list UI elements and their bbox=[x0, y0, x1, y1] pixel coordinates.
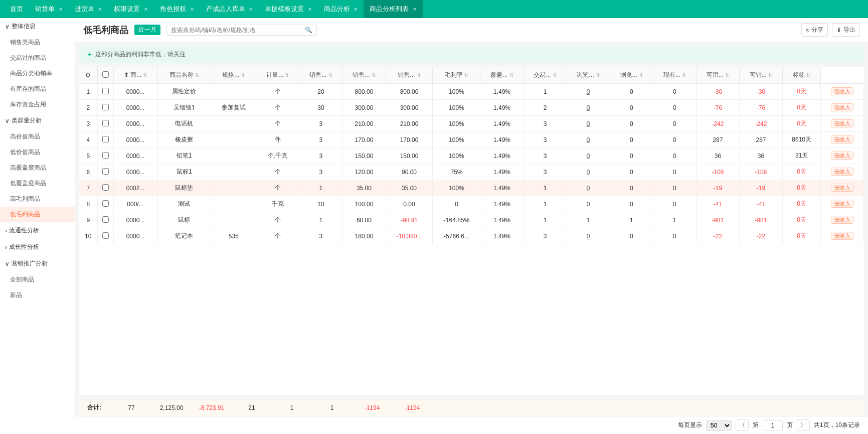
table-row[interactable]: 2 0000... 吴细细1 参加复试 个 30 300.00 300.00 1… bbox=[79, 100, 864, 116]
table-row[interactable]: 1 0000... 属性定价 个 20 800.00 800.00 100% 1… bbox=[79, 84, 864, 100]
table-row[interactable]: 9 0000... 鼠标 个 1 60.00 -98.91 -164.85% 1… bbox=[79, 212, 864, 228]
table-row[interactable]: 10 0000... 笔记本 535 个 3 180.00 -10,380...… bbox=[79, 228, 864, 244]
row-unit: 个,千克 bbox=[256, 148, 299, 164]
nav-analysis-list-close[interactable]: ✕ bbox=[413, 7, 417, 12]
share-button[interactable]: ⎋ 分享 bbox=[801, 23, 828, 37]
row-check[interactable] bbox=[97, 164, 113, 180]
th-qty: 销售... ⇅ bbox=[299, 67, 342, 84]
select-all-checkbox[interactable] bbox=[102, 71, 109, 78]
nav-analysis-close[interactable]: ✕ bbox=[354, 7, 358, 12]
sidebar-group-overall[interactable]: ∨ 整体信息 bbox=[0, 18, 75, 35]
row-check[interactable] bbox=[97, 148, 113, 164]
row-checkbox[interactable] bbox=[102, 184, 109, 191]
nav-sales-close[interactable]: ✕ bbox=[59, 7, 63, 12]
notice-text: 这部分商品的利润非常低，请关注 bbox=[95, 50, 186, 59]
nav-product-analysis[interactable]: 商品分析 ✕ bbox=[318, 0, 364, 18]
sidebar-item-high-value[interactable]: 高价值商品 bbox=[0, 129, 75, 144]
table-row[interactable]: 4 0000... 橡皮擦 件 3 170.00 170.00 100% 1.4… bbox=[79, 132, 864, 148]
row-trade[interactable]: 0 bbox=[567, 148, 610, 164]
nav-permission[interactable]: 权限设置 ✕ bbox=[108, 0, 154, 18]
row-spec bbox=[211, 164, 256, 180]
nav-purchase[interactable]: 进货单 ✕ bbox=[69, 0, 108, 18]
sidebar-item-in-stock[interactable]: 有库存的商品 bbox=[0, 81, 75, 97]
row-trade[interactable]: 0 bbox=[567, 180, 610, 196]
row-trade[interactable]: 0 bbox=[567, 100, 610, 116]
table-row[interactable]: 6 0000... 鼠标1 个 3 120.00 90.00 75% 1.49%… bbox=[79, 164, 864, 180]
nav-purchase-close[interactable]: ✕ bbox=[98, 7, 102, 12]
nav-template[interactable]: 单据模板设置 ✕ bbox=[259, 0, 318, 18]
row-trade[interactable]: 0 bbox=[567, 84, 610, 100]
nav-permission-close[interactable]: ✕ bbox=[144, 7, 148, 12]
row-check[interactable] bbox=[97, 180, 113, 196]
time-filter-btn[interactable]: 近一月 bbox=[134, 25, 160, 35]
row-check[interactable] bbox=[97, 212, 113, 228]
row-checkbox[interactable] bbox=[102, 104, 109, 110]
row-check[interactable] bbox=[97, 100, 113, 116]
row-checkbox[interactable] bbox=[102, 152, 109, 159]
nav-role[interactable]: 角色授权 ✕ bbox=[154, 0, 200, 18]
row-checkbox[interactable] bbox=[102, 120, 109, 126]
row-trade[interactable]: 0 bbox=[567, 116, 610, 132]
collapse-icon-3: › bbox=[5, 227, 7, 234]
table-row[interactable]: 8 000/... 测试 千克 10 100.00 0.00 0 1.49% 1… bbox=[79, 196, 864, 212]
page-input[interactable] bbox=[763, 420, 783, 430]
row-trade[interactable]: 1 bbox=[567, 212, 610, 228]
search-input[interactable] bbox=[171, 27, 305, 34]
export-button[interactable]: ⬇ 导出 bbox=[832, 23, 860, 37]
sidebar-group-cluster[interactable]: ∨ 类群量分析 bbox=[0, 112, 75, 129]
table-row[interactable]: 3 0000... 电话机 个 3 210.00 210.00 100% 1.4… bbox=[79, 116, 864, 132]
row-trade[interactable]: 0 bbox=[567, 196, 610, 212]
row-checkbox[interactable] bbox=[102, 216, 109, 223]
sidebar-group-marketing[interactable]: ∨ 营销推广分析 bbox=[0, 255, 75, 272]
row-check[interactable] bbox=[97, 132, 113, 148]
row-check[interactable] bbox=[97, 84, 113, 100]
th-settings[interactable]: ⚙ bbox=[79, 67, 97, 84]
nav-home[interactable]: 首页 bbox=[4, 0, 29, 18]
row-price: 300.00 bbox=[342, 100, 386, 116]
row-trade[interactable]: 0 bbox=[567, 228, 610, 244]
sidebar-item-new-goods[interactable]: 新品 bbox=[0, 287, 75, 303]
table-row[interactable]: 5 0000... 铅笔1 个,千克 3 150.00 150.00 100% … bbox=[79, 148, 864, 164]
table-row[interactable]: 7 0002... 鼠标垫 个 1 35.00 35.00 100% 1.49%… bbox=[79, 180, 864, 196]
sidebar-item-low-coverage[interactable]: 低覆盖度商品 bbox=[0, 176, 75, 191]
row-checkbox[interactable] bbox=[102, 136, 109, 142]
sidebar-item-low-value[interactable]: 低价值商品 bbox=[0, 144, 75, 160]
row-tag: 低收入 bbox=[821, 84, 864, 100]
row-stock1: -242 bbox=[696, 116, 739, 132]
row-trade[interactable]: 0 bbox=[567, 132, 610, 148]
nav-template-close[interactable]: ✕ bbox=[308, 7, 312, 12]
row-qty: 3 bbox=[299, 132, 342, 148]
sidebar-item-low-margin[interactable]: 低毛利商品 bbox=[0, 207, 75, 222]
nav-product-close[interactable]: ✕ bbox=[249, 7, 253, 12]
nav-product-entry[interactable]: 产成品入库单 ✕ bbox=[200, 0, 259, 18]
nav-analysis-list[interactable]: 商品分析列表 ✕ bbox=[364, 0, 423, 18]
sidebar-group-growth[interactable]: › 成长性分析 bbox=[0, 239, 75, 255]
row-checkbox[interactable] bbox=[102, 200, 109, 207]
sidebar-item-category-rate[interactable]: 商品分类助销率 bbox=[0, 66, 75, 81]
row-checkbox[interactable] bbox=[102, 168, 109, 175]
sidebar-group-circulation[interactable]: › 流通性分析 bbox=[0, 222, 75, 239]
prev-page-btn[interactable]: 〈 bbox=[736, 419, 749, 431]
nav-sales[interactable]: 销货单 ✕ bbox=[29, 0, 69, 18]
row-checkbox[interactable] bbox=[102, 88, 109, 94]
table-wrapper[interactable]: ⚙ ⬆ 商... ⇅ 商品名称 ⇅ 规格... ⇅ 计量... ⇅ 销售... … bbox=[79, 67, 864, 395]
search-icon[interactable]: 🔍 bbox=[305, 27, 312, 34]
row-check[interactable] bbox=[97, 116, 113, 132]
search-box[interactable]: 🔍 bbox=[166, 25, 317, 36]
page-size-select[interactable]: 20 50 100 bbox=[706, 420, 732, 431]
sidebar-item-capital[interactable]: 库存资金占用 bbox=[0, 97, 75, 112]
row-check[interactable] bbox=[97, 228, 113, 244]
sidebar-item-traded-goods[interactable]: 交易过的商品 bbox=[0, 50, 75, 66]
row-check[interactable] bbox=[97, 196, 113, 212]
row-no: 1 bbox=[79, 84, 97, 100]
row-trade[interactable]: 0 bbox=[567, 164, 610, 180]
nav-role-close[interactable]: ✕ bbox=[190, 7, 194, 12]
sidebar-item-high-margin[interactable]: 高毛利商品 bbox=[0, 191, 75, 207]
row-checkbox[interactable] bbox=[102, 232, 109, 239]
th-checkbox[interactable] bbox=[97, 67, 113, 84]
next-page-btn[interactable]: 〉 bbox=[797, 419, 810, 431]
sidebar-item-high-coverage[interactable]: 高覆盖度商品 bbox=[0, 160, 75, 176]
sidebar-item-sales-goods[interactable]: 销售类商品 bbox=[0, 35, 75, 50]
row-browse2: 0 bbox=[653, 132, 696, 148]
sidebar-item-all-goods[interactable]: 全部商品 bbox=[0, 272, 75, 287]
